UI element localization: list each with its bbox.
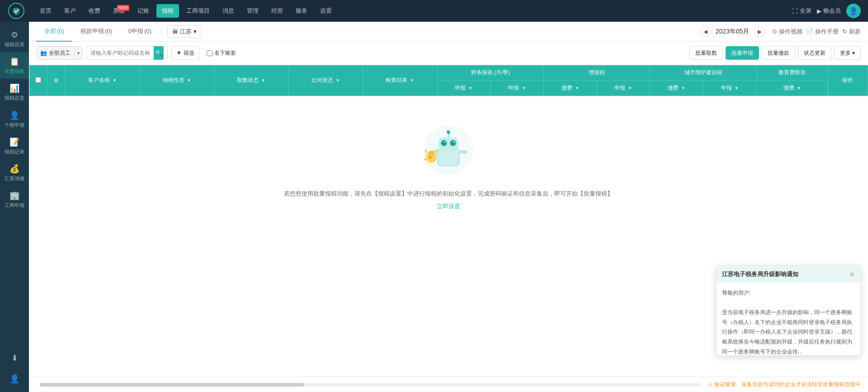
nav-items: 首页 客户 收费 票据 NEW 记账 报税 工商项目 消息 管理 经营 服务 设…: [34, 4, 792, 18]
vat-header: 增值税: [544, 65, 650, 81]
vat-declare-header: 申报 ▼: [491, 81, 544, 96]
gear-header: ⚙: [47, 65, 66, 96]
fullscreen-button[interactable]: ⛶ 全屏: [792, 7, 811, 15]
operation-manual-button[interactable]: 📄 操作手册: [806, 28, 839, 36]
nav-home[interactable]: 首页: [34, 4, 57, 18]
nav-manage[interactable]: 管理: [241, 4, 264, 18]
sidebar-item-batch-tax[interactable]: 📋 批量报税: [0, 52, 29, 79]
tax-nature-filter-icon[interactable]: ▼: [187, 78, 191, 83]
nav-message[interactable]: 消息: [217, 4, 240, 18]
svg-point-20: [424, 158, 426, 161]
status-update-button[interactable]: 状态更新: [798, 46, 831, 60]
nav-tax[interactable]: 报税: [156, 4, 179, 18]
tab-tax-declaration[interactable]: 税款申报 (0): [72, 22, 120, 42]
prev-month-button[interactable]: ◀: [700, 26, 711, 37]
top-navigation: 首页 客户 收费 票据 NEW 记账 报税 工商项目 消息 管理 经营 服务 设…: [0, 0, 868, 22]
employee-icon: 👥: [40, 50, 47, 56]
vat-payment-header: 缴费 ▼: [544, 81, 597, 96]
education-surcharge-header: 教育费附加: [756, 65, 828, 81]
account-set-checkbox-label[interactable]: 名下账套: [207, 49, 236, 57]
client-name-header: 客户名称 ▼: [66, 65, 140, 96]
employee-selector[interactable]: 👥 全部员工 ▾: [36, 46, 83, 60]
setup-link[interactable]: 立即设置: [437, 202, 460, 210]
city-tax-payment-header: 缴费 ▼: [650, 81, 703, 96]
operation-header: 操作: [828, 65, 868, 96]
sidebar-bottom: ⬇ 👤: [8, 349, 21, 388]
vat-payment-filter-icon[interactable]: ▼: [575, 86, 579, 91]
user-icon: 👤: [9, 374, 19, 384]
sidebar-item-user[interactable]: 👤: [8, 369, 21, 388]
nav-fee[interactable]: 收费: [83, 4, 106, 18]
warning-icon: ⚠: [708, 382, 712, 388]
search-input[interactable]: [90, 50, 154, 56]
compare-status-header: 比对状态 ▼: [288, 65, 363, 96]
operation-video-button[interactable]: ⊙ 操作视频: [772, 28, 802, 36]
nav-client[interactable]: 客户: [59, 4, 81, 18]
member-icon: ▶: [817, 8, 821, 14]
popup-body: 尊敬的用户: 受当前电子税务局进一步升级的影响，同一个政务网账号（办税人）名下的…: [717, 283, 860, 355]
region-selector[interactable]: 🏛 江苏 ▾: [167, 25, 202, 38]
batch-payment-button[interactable]: 批量缴款: [762, 46, 795, 60]
tax-settings-icon: ⚙: [9, 30, 19, 40]
app-logo[interactable]: [7, 2, 25, 20]
toolbar-right-actions: 批量取数 批量申报 批量缴款 状态更新 更多 ▾: [689, 46, 861, 60]
financial-declare-filter-icon[interactable]: ▼: [468, 86, 473, 91]
nav-accounting[interactable]: 记账: [132, 4, 155, 18]
popup-title: 江苏电子税务局升级影响通知: [722, 270, 798, 278]
notification-popup: 江苏电子税务局升级影响通知 ✕ 尊敬的用户: 受当前电子税务局进一步升级的影响，…: [716, 265, 861, 356]
edu-payment-filter-icon[interactable]: ▼: [797, 86, 801, 91]
member-button[interactable]: ▶ 畅会员: [817, 7, 841, 15]
sidebar-item-personal-tax[interactable]: 👤 个税申报: [0, 106, 29, 133]
more-button[interactable]: 更多 ▾: [834, 46, 861, 60]
sidebar-item-annual-report[interactable]: 🏢 工商年报: [0, 186, 29, 213]
sidebar: ⚙ 报税设置 📋 批量报税 📊 报税总览 👤 个税申报 📝 报税记录 💰 汇算清…: [0, 22, 29, 392]
check-result-filter-icon[interactable]: ▼: [410, 78, 415, 83]
refresh-button[interactable]: ↻ 刷新: [842, 28, 861, 36]
sidebar-item-download[interactable]: ⬇: [8, 349, 21, 368]
client-name-filter-icon[interactable]: ▼: [112, 78, 117, 83]
next-month-button[interactable]: ▶: [754, 26, 765, 37]
sidebar-item-tax-settings[interactable]: ⚙ 报税设置: [0, 25, 29, 52]
batch-fetch-button[interactable]: 批量取数: [689, 46, 723, 60]
current-month: 2023年05月: [714, 28, 750, 36]
employee-dropdown-button[interactable]: ▾: [75, 47, 82, 59]
user-avatar[interactable]: 👤: [846, 4, 861, 18]
nav-settings[interactable]: 设置: [315, 4, 337, 18]
financial-declare-header: 申报 ▼: [437, 81, 491, 96]
compare-status-filter-icon[interactable]: ▼: [335, 78, 340, 83]
edu-declare-filter-icon[interactable]: ▼: [734, 86, 739, 91]
fetch-status-header: 取数状态 ▼: [214, 65, 289, 96]
search-button[interactable]: 🔍: [154, 46, 164, 60]
month-navigator: ◀ 2023年05月 ▶: [700, 26, 765, 37]
horizontal-scrollbar[interactable]: [40, 383, 700, 387]
filter-button[interactable]: ▼ 筛选: [171, 46, 199, 60]
select-all-checkbox[interactable]: [35, 77, 41, 83]
sub-tabs-bar: 全部 (0) 税款申报 (0) 0申报 (0) 🏛 江苏 ▾ ◀ 2023年05…: [29, 22, 868, 42]
vat-declare-filter-icon[interactable]: ▼: [521, 86, 526, 91]
edu-payment-header: 缴费 ▼: [756, 81, 828, 96]
bottom-bar: ⚠ 验证账密、采集信息均成功的企业才会流转至批量报税页面中: [29, 377, 868, 392]
sidebar-item-tax-record[interactable]: 📝 报税记录: [0, 133, 29, 159]
scrollbar-thumb: [40, 383, 304, 387]
tab-separator: [161, 27, 162, 36]
account-set-checkbox[interactable]: [207, 50, 212, 56]
batch-declare-button[interactable]: 批量申报: [726, 46, 759, 60]
nav-service[interactable]: 服务: [290, 4, 313, 18]
nav-business[interactable]: 工商项目: [181, 4, 215, 18]
nav-operation[interactable]: 经营: [266, 4, 288, 18]
city-tax-payment-filter-icon[interactable]: ▼: [681, 86, 685, 91]
fetch-status-filter-icon[interactable]: ▼: [261, 78, 266, 83]
tax-record-icon: 📝: [9, 137, 19, 147]
city-tax-declare-filter-icon[interactable]: ▼: [628, 86, 632, 91]
sidebar-item-tax-overview[interactable]: 📊 报税总览: [0, 79, 29, 105]
nav-invoice[interactable]: 票据 NEW: [108, 4, 130, 18]
new-badge: NEW: [117, 5, 129, 11]
popup-close-button[interactable]: ✕: [849, 271, 855, 278]
tab-all[interactable]: 全部 (0): [36, 22, 72, 42]
tab-zero-declaration[interactable]: 0申报 (0): [120, 22, 160, 42]
sidebar-item-annual-settlement[interactable]: 💰 汇算清缴: [0, 159, 29, 186]
data-table: ⚙ 客户名称 ▼ 纳税性质 ▼ 取数状态 ▼ 比对状态: [29, 65, 868, 238]
robot-illustration: ¥: [421, 123, 476, 177]
svg-text:¥: ¥: [429, 155, 432, 160]
warning-text: ⚠ 验证账密、采集信息均成功的企业才会流转至批量报税页面中: [708, 381, 861, 388]
